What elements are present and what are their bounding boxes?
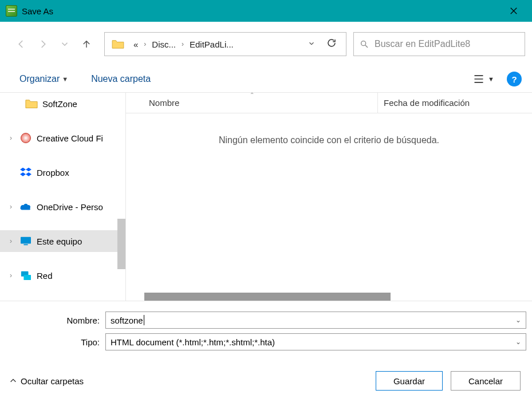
chevron-down-icon[interactable]: ⌄ — [515, 338, 521, 346]
hide-folders-button[interactable]: Ocultar carpetas — [9, 376, 84, 386]
breadcrumb-item[interactable]: EditPadLi... — [184, 40, 239, 49]
breadcrumb-ellipsis[interactable]: « — [128, 40, 144, 49]
sidebar-item-label: SoftZone — [42, 99, 77, 109]
sort-asc-icon: ⌃ — [250, 92, 254, 98]
filename-label: Nombre: — [6, 316, 105, 325]
filetype-select[interactable]: HTML document (*.html;*.htm;*.shtml;*.ht… — [105, 333, 526, 350]
toolbar: Organizar▼ Nueva carpeta ▼ ? — [0, 67, 532, 92]
refresh-button[interactable] — [321, 38, 342, 51]
back-button[interactable] — [10, 33, 32, 55]
sidebar-item-label: Creative Cloud Fi — [37, 133, 103, 143]
empty-message: Ningún elemento coincide con el criterio… — [126, 113, 532, 145]
sidebar-item-label: Dropbox — [37, 168, 69, 178]
horizontal-scrollbar[interactable] — [144, 293, 514, 301]
save-form: Nombre: softzone ⌄ Tipo: HTML document (… — [0, 301, 532, 361]
sidebar-item-label: Red — [37, 271, 53, 281]
onedrive-icon — [19, 201, 32, 212]
sidebar-item-onedrive[interactable]: › OneDrive - Perso — [0, 196, 125, 218]
close-button[interactable] — [501, 0, 526, 22]
column-date[interactable]: Fecha de modificación — [378, 98, 532, 108]
file-list-header: ⌃ Nombre Fecha de modificación — [126, 93, 532, 113]
expand-icon[interactable]: › — [7, 134, 15, 142]
chevron-down-icon: ▼ — [62, 76, 68, 82]
folder-icon — [112, 39, 124, 49]
svg-rect-2 — [23, 244, 27, 245]
expand-icon[interactable]: › — [7, 271, 15, 279]
svg-rect-4 — [23, 275, 31, 280]
filetype-label: Tipo: — [6, 337, 105, 347]
column-name[interactable]: ⌃ Nombre — [126, 93, 378, 113]
search-input[interactable]: Buscar en EditPadLite8 — [353, 32, 525, 56]
footer: Ocultar carpetas Guardar Cancelar — [0, 361, 532, 402]
new-folder-button[interactable]: Nueva carpeta — [88, 72, 154, 86]
dropbox-icon — [19, 167, 32, 178]
expand-icon[interactable]: › — [7, 237, 15, 245]
cancel-button[interactable]: Cancelar — [451, 371, 521, 391]
app-icon — [6, 5, 17, 17]
address-dropdown[interactable] — [302, 40, 321, 49]
breadcrumb-item[interactable]: Disc... — [146, 40, 182, 49]
sidebar-item-this-pc[interactable]: › Este equipo — [0, 230, 125, 252]
sidebar-item-label: Este equipo — [37, 237, 82, 246]
svg-rect-1 — [21, 237, 31, 244]
forward-button[interactable] — [32, 33, 54, 55]
chevron-down-icon[interactable]: ⌄ — [515, 316, 521, 324]
help-button[interactable]: ? — [507, 72, 522, 86]
window-title: Save As — [22, 6, 53, 16]
sidebar-item-softzone[interactable]: SoftZone — [0, 93, 125, 115]
folder-icon — [25, 98, 38, 109]
network-icon — [19, 270, 32, 281]
sidebar-item-creative-cloud[interactable]: › Creative Cloud Fi — [0, 127, 125, 149]
view-mode-button[interactable]: ▼ — [473, 73, 494, 85]
titlebar[interactable]: Save As — [0, 0, 532, 22]
save-button[interactable]: Guardar — [376, 371, 443, 391]
address-bar[interactable]: « › Disc... › EditPadLi... — [104, 32, 346, 56]
sidebar-item-label: OneDrive - Perso — [37, 202, 103, 212]
sidebar-scrollbar[interactable] — [117, 219, 125, 269]
sidebar-item-network[interactable]: › Red — [0, 265, 125, 286]
sidebar: SoftZone › Creative Cloud Fi Dropbox › O… — [0, 93, 126, 301]
sidebar-item-dropbox[interactable]: Dropbox — [0, 161, 125, 183]
filename-input[interactable]: softzone ⌄ — [105, 312, 526, 329]
creative-cloud-icon — [19, 132, 32, 144]
file-list: ⌃ Nombre Fecha de modificación Ningún el… — [126, 93, 532, 301]
expand-icon[interactable]: › — [7, 203, 15, 211]
search-placeholder: Buscar en EditPadLite8 — [375, 39, 470, 49]
main-pane: SoftZone › Creative Cloud Fi Dropbox › O… — [0, 92, 532, 301]
nav-row: « › Disc... › EditPadLi... Buscar en Edi… — [0, 22, 532, 67]
recent-dropdown[interactable] — [54, 33, 76, 55]
pc-icon — [19, 235, 32, 247]
svg-point-0 — [361, 41, 366, 46]
organize-menu[interactable]: Organizar▼ — [16, 72, 72, 86]
up-button[interactable] — [76, 33, 97, 55]
